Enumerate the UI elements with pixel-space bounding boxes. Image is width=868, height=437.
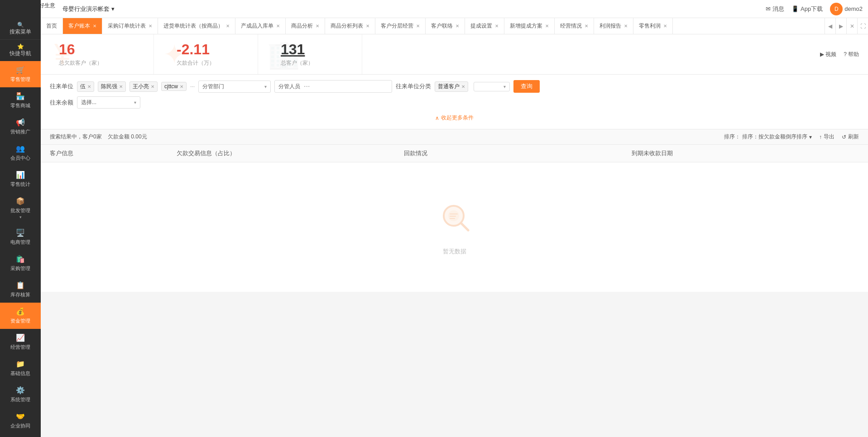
corp-coop-icon: 🤝 [16, 412, 25, 421]
top-bar: 好 畅捷通好生意 标版 母婴行业演示帐套 ▾ ✉ 消息 📱 App下载 D de… [0, 0, 868, 18]
sidebar-quick-nav[interactable]: ⭐ 快捷导航 [10, 40, 31, 61]
person-more-btn[interactable]: ··· [302, 82, 312, 90]
sidebar-item-retail-stats[interactable]: 📊 零售统计 [0, 166, 41, 192]
message-btn[interactable]: ✉ 消息 [766, 5, 784, 13]
retail-stats-icon: 📊 [16, 171, 25, 179]
user-avatar[interactable]: D demo2 [830, 3, 863, 15]
export-icon: ↑ [819, 134, 822, 140]
nav-tab-commission-settings[interactable]: 提成设置 ✕ [465, 18, 504, 34]
export-btn[interactable]: ↑ 导出 [819, 133, 834, 141]
nav-tab-customer-contact[interactable]: 客户联络 ✕ [426, 18, 465, 34]
sidebar-item-batch-mgmt[interactable]: 📦 批发管理 ▾ [0, 192, 41, 224]
balance-select-arrow: ▾ [134, 100, 136, 105]
close-customer-tier-tab[interactable]: ✕ [416, 24, 420, 28]
remove-tag-wu[interactable]: ✕ [87, 84, 91, 89]
close-retail-profit-tab[interactable]: ✕ [663, 24, 667, 28]
nav-close-all-btn[interactable]: ✕ [846, 18, 857, 34]
sidebar-item-corp-coop[interactable]: 🤝 企业协同 [0, 408, 41, 434]
th-credit-info: 欠款交易信息（占比） [177, 149, 404, 157]
query-button[interactable]: 查询 [513, 80, 540, 93]
person-select[interactable]: 分管人员 ··· [274, 80, 392, 93]
remove-tag-cjttcw[interactable]: ✕ [180, 84, 183, 89]
nav-tab-product-inbound[interactable]: 产成品入库单 ✕ [235, 18, 286, 34]
sidebar-item-sys-mgmt[interactable]: ⚙️ 系统管理 [0, 381, 41, 408]
nav-next-btn[interactable]: ▶ [835, 18, 846, 34]
nav-tab-retail-profit[interactable]: 零售利润 ✕ [633, 18, 673, 34]
finance-icon: 💰 [16, 307, 25, 316]
workspace-selector[interactable]: 母婴行业演示帐套 ▾ [59, 5, 118, 13]
remove-tag-wang[interactable]: ✕ [151, 84, 154, 89]
nav-tab-account[interactable]: 客户账本 ✕ [63, 18, 102, 34]
inventory-icon: 📋 [16, 281, 25, 290]
close-product-analysis-list-tab[interactable]: ✕ [366, 24, 369, 28]
close-customer-contact-tab[interactable]: ✕ [456, 24, 459, 28]
stat-bg-1: ¥ [54, 38, 71, 71]
sidebar-item-retail-mgmt[interactable]: 🛒 零售管理 [0, 61, 41, 87]
refresh-icon: ↺ [842, 134, 846, 140]
close-commission-settings-tab[interactable]: ✕ [495, 24, 499, 28]
sidebar-item-ecommerce[interactable]: 🖥️ 电商管理 [0, 224, 41, 250]
nav-tab-profit-report[interactable]: 利润报告 ✕ [594, 18, 633, 34]
close-account-tab[interactable]: ✕ [93, 24, 96, 28]
sidebar-item-finance[interactable]: 💰 资金管理 [0, 303, 41, 329]
close-product-analysis-tab[interactable]: ✕ [316, 24, 319, 28]
operation-icon: 📈 [16, 333, 25, 342]
sort-select[interactable]: 排序： 排序：按欠款金额倒序排序 ▾ [724, 133, 812, 141]
ecommerce-icon: 🖥️ [16, 228, 25, 237]
unit-type-label: 往来单位分类 [396, 82, 431, 90]
search-result-text: 搜索结果中，客户0家 欠款金额 0.00元 [50, 133, 147, 141]
sidebar-item-member[interactable]: 👥 会员中心 [0, 140, 41, 166]
close-inbound-stats-tab[interactable]: ✕ [226, 24, 230, 28]
nav-tab-operation[interactable]: 经营情况 ✕ [555, 18, 594, 34]
nav-tab-purchase-order[interactable]: 采购订单统计表 ✕ [102, 18, 158, 34]
stats-header: ¥ 16 总欠款客户（家） ✦ -2.11 欠款合计（万） 🏢 131 总客户（… [41, 34, 868, 75]
nav-tab-product-analysis[interactable]: 商品分析 ✕ [286, 18, 325, 34]
sidebar-item-base-info[interactable]: 📁 基础信息 [0, 355, 41, 381]
nav-tab-inbound-stats[interactable]: 进货单统计表（按商品） ✕ [158, 18, 235, 34]
filter-row-1: 往来单位 伍 ✕ 陈民强 ✕ 王小亮 ✕ cjttcw ✕ ··· 分管部门 ▾ [50, 80, 859, 93]
nav-tab-product-analysis-list[interactable]: 商品分析列表 ✕ [325, 18, 375, 34]
close-purchase-order-tab[interactable]: ✕ [149, 24, 152, 28]
filter-area: 往来单位 伍 ✕ 陈民强 ✕ 王小亮 ✕ cjttcw ✕ ··· 分管部门 ▾ [41, 75, 868, 129]
nav-tab-new-commission[interactable]: 新增提成方案 ✕ [504, 18, 555, 34]
app-download-btn[interactable]: 📱 App下载 [791, 5, 823, 13]
table-header: 客户信息 欠款交易信息（占比） 回款情况 到期未收款日期 [41, 145, 868, 162]
th-payment: 回款情况 [404, 149, 631, 157]
empty-state-text: 暂无数据 [443, 247, 466, 256]
th-due-date: 到期未收款日期 [632, 149, 859, 157]
top-bar-right: ✉ 消息 📱 App下载 D demo2 [766, 3, 863, 15]
sidebar-item-retail-mall[interactable]: 🏪 零售商城 [0, 87, 41, 114]
sidebar-search[interactable]: 🔍 搜索菜单 [0, 18, 41, 40]
close-profit-report-tab[interactable]: ✕ [624, 24, 628, 28]
dept-select[interactable]: 分管部门 ▾ [198, 81, 271, 93]
nav-tab-customer-tier[interactable]: 客户分层经营 ✕ [375, 18, 426, 34]
video-btn[interactable]: ▶ 视频 [820, 51, 836, 58]
help-btn[interactable]: ? 帮助 [844, 51, 859, 58]
nav-arrows: ◀ ▶ ✕ ⛶ [825, 18, 868, 34]
filter-row-2: 往来余额 选择... ▾ [50, 96, 859, 109]
close-product-inbound-tab[interactable]: ✕ [276, 24, 280, 28]
balance-select[interactable]: 选择... ▾ [77, 96, 140, 109]
search-result-bar: 搜索结果中，客户0家 欠款金额 0.00元 排序： 排序：按欠款金额倒序排序 ▾… [41, 129, 868, 145]
sidebar-item-new-guide[interactable]: 🎯 新手引导 [0, 434, 41, 437]
nav-tab-home[interactable]: 首页 [41, 18, 63, 34]
filter-more-btn[interactable]: ··· [190, 83, 195, 90]
close-new-commission-tab[interactable]: ✕ [545, 24, 549, 28]
remove-tag-chen[interactable]: ✕ [119, 84, 123, 89]
sidebar-item-inventory[interactable]: 📋 库存核算 [0, 276, 41, 303]
collapse-btn[interactable]: ∧ 收起更多条件 [50, 112, 859, 124]
stat-bg-2: ✦ [163, 38, 186, 70]
nav-expand-btn[interactable]: ⛶ [857, 18, 868, 34]
data-table: 客户信息 欠款交易信息（占比） 回款情况 到期未收款日期 暂无数据 [41, 145, 868, 292]
empty-state: 暂无数据 [41, 162, 868, 292]
refresh-btn[interactable]: ↺ 刷新 [842, 133, 859, 141]
filter-tag-chen: 陈民强 ✕ [98, 81, 126, 92]
stat-block-credit-customers: ¥ 16 总欠款客户（家） [50, 34, 154, 74]
remove-tag-common[interactable]: ✕ [461, 84, 465, 89]
sidebar-item-operation[interactable]: 📈 经营管理 [0, 329, 41, 355]
nav-prev-btn[interactable]: ◀ [825, 18, 835, 34]
sidebar-item-purchase[interactable]: 🛍️ 采购管理 [0, 250, 41, 276]
sidebar-item-marketing[interactable]: 📢 营销推广 [0, 114, 41, 140]
close-operation-tab[interactable]: ✕ [585, 24, 588, 28]
unit-type-more-select[interactable]: ▾ [474, 82, 510, 91]
